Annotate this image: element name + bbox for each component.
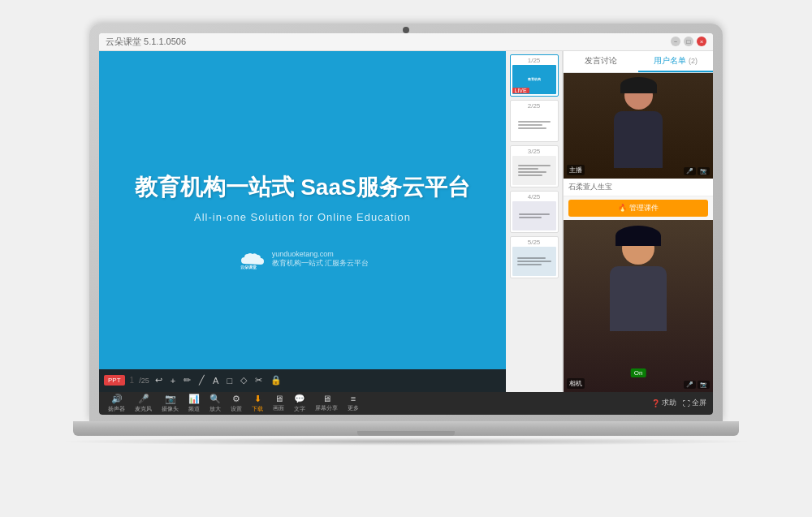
slide-thumb-5[interactable]: 5/25	[510, 236, 559, 278]
slide-thumb-num-4: 4/25	[512, 193, 556, 200]
video-mute-btn[interactable]: 🎤	[684, 167, 696, 175]
person-figure-bottom	[610, 224, 667, 331]
download-icon: ⬇	[254, 394, 261, 404]
chat-name-text: 石柔萱人生宝	[568, 183, 612, 191]
slide-title-zh: 教育机构一站式 SaaS服务云平台	[135, 172, 469, 203]
person-hair-bottom	[615, 226, 661, 246]
fullscreen-button[interactable]: ⛶ 全屏	[683, 398, 706, 408]
camera-icon: 📷	[165, 394, 176, 404]
person-hair-top	[620, 77, 657, 93]
slide-thumb-num-5: 5/25	[512, 239, 556, 246]
toolbar-undo-icon[interactable]: ↩	[153, 375, 165, 386]
laptop-screen: 云朵课堂 5.1.1.0506 － □ × 教育机构一站式 SaaS服务云平台 …	[99, 33, 713, 415]
slide-thumb-3[interactable]: 3/25	[510, 145, 559, 187]
tool-screenshare[interactable]: 🖥 屏幕分享	[313, 394, 340, 412]
thumb-line	[518, 168, 538, 170]
laptop-wrapper: 云朵课堂 5.1.1.0506 － □ × 教育机构一站式 SaaS服务云平台 …	[57, 24, 755, 494]
tool-camera[interactable]: 📷 摄像头	[159, 394, 181, 413]
video-name-top: 主播	[567, 165, 585, 175]
person-body-top	[614, 111, 663, 168]
slide-thumb-img-2	[512, 110, 556, 140]
tab-users[interactable]: 用户名单 (2)	[638, 51, 713, 72]
tool-screen[interactable]: 🖥 画面	[270, 394, 287, 412]
slide-thumb-num-2: 2/25	[512, 102, 556, 110]
video-cam-btn[interactable]: 📷	[698, 167, 710, 175]
maximize-button[interactable]: □	[684, 37, 693, 46]
video-controls-top: 🎤 📷	[684, 167, 710, 175]
slide-thumb-1[interactable]: 1/25 教育机构 LIVE	[510, 54, 559, 97]
ppt-button[interactable]: PPT	[104, 375, 125, 386]
thumb-line	[518, 165, 551, 166]
video-bottom: On 相机 🎤 📷	[564, 220, 713, 392]
person-head-top	[624, 81, 653, 110]
on-badge: On	[631, 368, 646, 377]
toolbar-page-sep: /25	[139, 377, 149, 385]
chat-name-area: 石柔萱人生宝	[564, 179, 713, 196]
zoom-icon: 🔍	[209, 394, 221, 404]
toolbar-lock-icon[interactable]: 🔒	[268, 375, 284, 386]
slide-thumb-img-3	[512, 156, 556, 185]
toolbar-page: 1	[128, 376, 136, 385]
tool-download[interactable]: ⬇ 下载	[249, 394, 266, 413]
slide-thumb-2[interactable]: 2/25	[510, 100, 559, 142]
toolbar-add-icon[interactable]: +	[168, 376, 178, 386]
settings-icon: ⚙	[232, 394, 240, 404]
logo-slogan: 教育机构一站式 汇服务云平台	[272, 258, 369, 269]
laptop-screen-bezel: 云朵课堂 5.1.1.0506 － □ × 教育机构一站式 SaaS服务云平台 …	[89, 24, 723, 421]
tool-channels[interactable]: 📊 频道	[186, 394, 202, 413]
screenshare-icon: 🖥	[322, 394, 331, 403]
minimize-button[interactable]: －	[671, 37, 680, 46]
close-button[interactable]: ×	[697, 37, 706, 46]
tool-zoom[interactable]: 🔍 放大	[207, 394, 223, 413]
slide-thumb-text-1: 教育机构	[528, 77, 541, 81]
slide-thumb-num-1: 1/25	[512, 57, 556, 64]
more-icon: ≡	[351, 394, 356, 403]
thumb-line	[517, 257, 546, 259]
slide-thumb-lines-3	[516, 163, 552, 178]
channels-icon: 📊	[188, 394, 200, 404]
logo-cloud-icon: 云朵课堂	[236, 248, 266, 270]
speaker-icon: 🔊	[111, 394, 123, 404]
laptop-base	[73, 421, 739, 436]
chat-icon: 💬	[294, 394, 305, 404]
video-cam-btn-bottom[interactable]: 📷	[698, 381, 710, 389]
bottom-toolbar-right: ❓ 求助 ⛶ 全屏	[651, 398, 706, 408]
thumb-line	[518, 171, 546, 173]
slide-thumb-lines-2	[516, 119, 552, 131]
slide-thumb-img-5	[512, 247, 556, 276]
video-person-top: 主播 🎤 📷	[564, 73, 713, 179]
tool-mic[interactable]: 🎤 麦克风	[132, 394, 154, 413]
toolbar-shape-icon[interactable]: ◇	[238, 375, 249, 386]
svg-text:云朵课堂: 云朵课堂	[240, 265, 257, 269]
toolbar-rect-icon[interactable]: □	[224, 376, 235, 386]
toolbar-pencil-icon[interactable]: ✏	[181, 375, 193, 386]
slide-thumb-img-4	[512, 201, 556, 230]
tab-discussion[interactable]: 发言讨论	[564, 51, 638, 72]
logo-text: yunduoketang.com 教育机构一站式 汇服务云平台	[272, 250, 369, 269]
toolbar-draw-icon[interactable]: ╱	[197, 375, 207, 386]
slide-panel: 1/25 教育机构 LIVE 2/25	[506, 51, 563, 392]
video-top: 主播 🎤 📷	[564, 73, 713, 179]
video-mute-btn-bottom[interactable]: 🎤	[684, 381, 696, 389]
tool-speaker[interactable]: 🔊 扬声器	[106, 394, 127, 413]
thumb-line	[518, 174, 542, 176]
presentation-area: 教育机构一站式 SaaS服务云平台 All-in-one Solution fo…	[99, 51, 506, 392]
logo-url: yunduoketang.com	[272, 250, 369, 258]
titlebar-controls: － □ ×	[671, 37, 706, 46]
slide-thumb-4[interactable]: 4/25	[510, 191, 559, 233]
slide-thumb-lines-4	[517, 212, 551, 220]
screen-icon: 🖥	[274, 394, 283, 403]
tool-more[interactable]: ≡ 更多	[345, 394, 361, 412]
thumb-line	[519, 217, 542, 218]
toolbar-eraser-icon[interactable]: ✂	[253, 375, 265, 386]
thumb-line	[517, 264, 542, 265]
tool-chat[interactable]: 💬 文字	[292, 394, 308, 413]
panel-tabs: 发言讨论 用户名单 (2)	[564, 51, 713, 73]
slide-thumb-lines-5	[516, 256, 553, 267]
tool-settings[interactable]: ⚙ 设置	[228, 394, 244, 413]
slide-thumb-live-badge: LIVE	[512, 88, 529, 93]
video-controls-bottom: 🎤 📷	[684, 381, 710, 389]
manage-courseware-button[interactable]: 🔥 管理课件	[568, 200, 708, 217]
toolbar-text-icon[interactable]: A	[210, 376, 221, 386]
help-button[interactable]: ❓ 求助	[651, 398, 676, 408]
